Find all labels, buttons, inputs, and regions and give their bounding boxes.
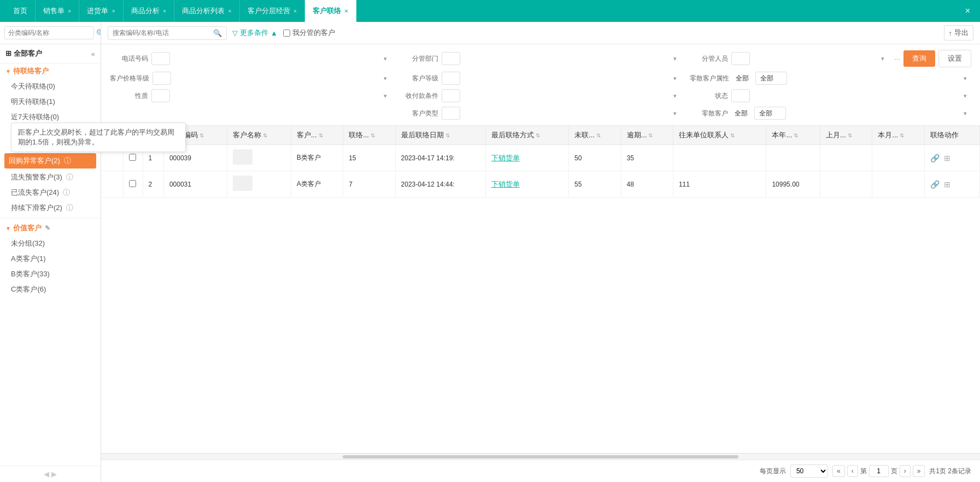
tab-close-purchase[interactable]: ×	[112, 8, 115, 14]
row-last-method-0[interactable]: 下销货单	[485, 145, 568, 171]
query-button[interactable]: 查询	[903, 50, 935, 67]
person-label: 分管人员	[690, 54, 728, 63]
action-link-icon-0[interactable]: 🔗	[930, 154, 940, 162]
sort-icon-person[interactable]: ⇅	[730, 132, 735, 138]
edit-icon[interactable]: ✎	[45, 224, 50, 232]
tab-purchase[interactable]: 进货单 ×	[79, 0, 123, 22]
dept-select[interactable]	[442, 52, 460, 65]
sort-icon-year[interactable]: ⇅	[794, 132, 798, 138]
sidebar-search-input[interactable]	[4, 26, 94, 39]
filter-row-payment: 收付款条件	[400, 89, 682, 102]
next-page-button[interactable]: ›	[900, 465, 911, 477]
filter-search-input[interactable]	[113, 29, 211, 37]
price-grade-select[interactable]	[152, 72, 171, 85]
row-name-1	[227, 171, 291, 198]
more-conditions-btn[interactable]: ▽ 更多条件 ▲	[232, 28, 278, 38]
sort-icon-method[interactable]: ⇅	[536, 132, 540, 138]
payment-select[interactable]	[442, 89, 460, 102]
sort-icon-this-month[interactable]: ⇅	[900, 132, 904, 138]
sidebar-item-class-c[interactable]: C类客户(6)	[0, 282, 101, 297]
sidebar-item-tomorrow-pending[interactable]: 明天待联络(1)	[0, 94, 101, 109]
my-customers-checkbox-wrap: 我分管的客户	[283, 28, 335, 38]
person-select[interactable]	[731, 52, 750, 65]
tab-home[interactable]: 首页	[5, 0, 36, 22]
person-more-icon[interactable]: ···	[894, 55, 900, 63]
tab-close-sales[interactable]: ×	[68, 8, 71, 14]
tooltip-abnormal: 距客户上次交易时长，超过了此客户的平均交易周期的1.5倍，则视为异常。	[11, 123, 186, 152]
retail-attr-select[interactable]: 全部	[755, 72, 787, 85]
window-close-button[interactable]: ×	[961, 6, 975, 16]
sort-icon-contact[interactable]: ⇅	[371, 132, 375, 138]
action-grid-icon-1[interactable]: ⊞	[944, 180, 950, 189]
tab-product-list[interactable]: 商品分析列表 ×	[174, 0, 239, 22]
sort-icon-overdue[interactable]: ⇅	[648, 132, 653, 138]
row-checkbox-1	[123, 171, 143, 198]
info-icon-lost-preview: ⓘ	[66, 173, 73, 181]
settings-button[interactable]: 设置	[938, 50, 971, 67]
row-select-checkbox-1[interactable]	[129, 180, 136, 187]
gender-select[interactable]	[151, 89, 170, 102]
action-grid-icon-0[interactable]: ⊞	[944, 154, 950, 162]
sort-icon-name[interactable]: ⇅	[263, 132, 267, 138]
export-button[interactable]: ↑ 导出	[944, 25, 974, 40]
price-grade-label: 客户价格等级	[110, 74, 149, 83]
horizontal-scrollbar[interactable]	[101, 453, 980, 460]
filter-icon: ▽	[232, 29, 238, 37]
sidebar-all-customers-header: ⊞ 全部客户 «	[0, 44, 101, 63]
retail-customer-value: 全部	[735, 109, 748, 118]
last-page-button[interactable]: »	[913, 465, 925, 477]
scrollbar-thumb[interactable]	[343, 455, 739, 458]
sidebar-item-already-lost[interactable]: 已流失客户(24) ⓘ	[0, 185, 101, 200]
sort-icon-last-month[interactable]: ⇅	[848, 132, 852, 138]
sidebar-item-today-pending[interactable]: 今天待联络(0)	[0, 79, 101, 94]
sidebar-item-class-a[interactable]: A类客户(1)	[0, 251, 101, 266]
customer-type-select[interactable]	[442, 107, 460, 120]
tab-close-product-analysis[interactable]: ×	[163, 8, 166, 14]
filter-search-icon[interactable]: 🔍	[213, 29, 222, 37]
sort-icon-not-contacted[interactable]: ⇅	[596, 132, 601, 138]
action-link-icon-1[interactable]: 🔗	[930, 180, 940, 189]
row-select-checkbox-0[interactable]	[129, 154, 136, 161]
retail-customer-select[interactable]: 全部	[754, 107, 786, 120]
row-type-1: A类客户	[291, 171, 343, 198]
col-last-month: 上月...⇅	[820, 126, 872, 145]
sort-icon-date[interactable]: ⇅	[445, 132, 450, 138]
tab-product-analysis[interactable]: 商品分析 ×	[124, 0, 174, 22]
first-page-button[interactable]: «	[832, 465, 845, 477]
tab-customer-tier[interactable]: 客户分层经营 ×	[240, 0, 305, 22]
my-customers-checkbox[interactable]	[283, 30, 290, 37]
filter-row-dept: 分管部门	[400, 50, 682, 67]
sidebar-value-customers-group[interactable]: ▼ 价值客户 ✎	[0, 220, 101, 236]
status-select[interactable]	[731, 89, 750, 102]
tab-close-customer-contact[interactable]: ×	[344, 8, 348, 14]
sidebar-pending-contact-group[interactable]: ▼ 待联络客户	[0, 63, 101, 79]
sort-icon-type[interactable]: ⇅	[319, 132, 323, 138]
customer-grade-select[interactable]	[442, 72, 460, 85]
phone-label: 电话号码	[110, 54, 148, 63]
page-size-select[interactable]: 20 50 100	[790, 464, 828, 478]
sidebar-item-lost-preview[interactable]: 流失预警客户(3) ⓘ	[0, 170, 101, 185]
sidebar-collapse-icon[interactable]: «	[91, 50, 95, 58]
sort-icon-code[interactable]: ⇅	[199, 132, 204, 138]
row-code-1[interactable]: 000031	[163, 171, 227, 198]
row-not-contacted-0: 50	[569, 145, 621, 171]
tab-close-product-list[interactable]: ×	[228, 8, 231, 14]
info-icon-abnormal: ⓘ	[64, 156, 71, 165]
sidebar-item-unclassified[interactable]: 未分组(32)	[0, 236, 101, 251]
tab-customer-contact[interactable]: 客户联络 ×	[305, 0, 356, 22]
tab-close-customer-tier[interactable]: ×	[294, 8, 297, 14]
row-last-date-0: 2023-04-17 14:19:	[395, 145, 485, 171]
tab-sales[interactable]: 销售单 ×	[36, 0, 79, 22]
sidebar-item-abnormal-repurchase[interactable]: 回购异常客户(2) ⓘ	[4, 153, 96, 169]
sidebar-item-class-b[interactable]: B类客户(33)	[0, 266, 101, 282]
row-last-method-1[interactable]: 下销货单	[485, 171, 568, 198]
col-last-method: 最后联络方式⇅	[485, 126, 568, 145]
sidebar-header-label: ⊞ 全部客户	[5, 49, 42, 59]
page-of-text: 页	[891, 467, 897, 476]
prev-page-button[interactable]: ‹	[847, 465, 858, 477]
page-number-input[interactable]	[869, 465, 889, 477]
phone-select[interactable]	[151, 52, 170, 65]
sidebar-item-continuous-down[interactable]: 持续下滑客户(2) ⓘ	[0, 200, 101, 216]
retail-attr-label2: 全部	[736, 74, 749, 83]
sidebar-search-icon[interactable]: 🔍	[96, 29, 101, 37]
